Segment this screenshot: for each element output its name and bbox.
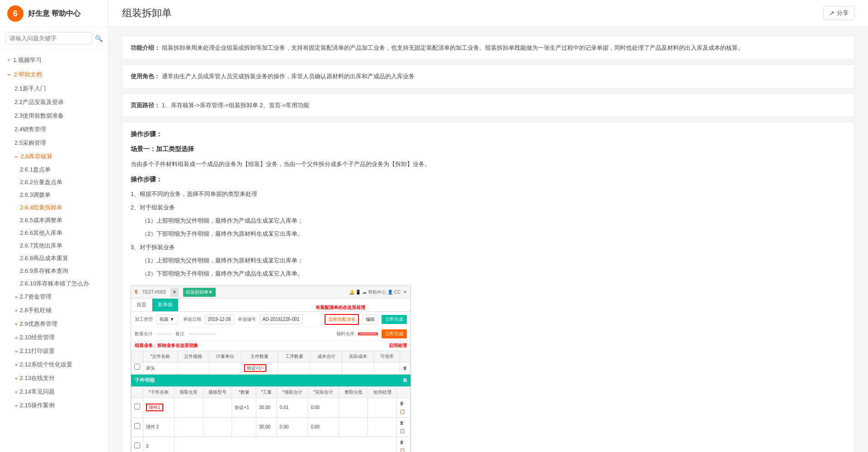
sidebar-item-video[interactable]: + 1.视频学习 (0, 53, 108, 67)
sidebar-item-print[interactable]: +2.11打印设置 (0, 344, 108, 358)
mock-icons: 🔔 📱 ☁ 帮助中心 👤 CC (349, 288, 401, 296)
step3: 3、对于拆装业务 (131, 242, 846, 252)
child-row-3: 3🗑 📋 (132, 437, 410, 452)
sidebar-header: 6 好生意 帮助中心 (0, 0, 108, 28)
sidebar-item-purchase[interactable]: 2.5采购管理 (0, 136, 108, 150)
td-del: 🗑 (400, 362, 410, 374)
td-name: 床头 (143, 362, 178, 374)
sidebar-item-stocktake[interactable]: 2.6.1盘点单 (0, 163, 108, 176)
ops-title: 操作步骤： (131, 128, 846, 140)
mock-titlebar: 6 TEST-H002 ▼ 组装拆卸单▼ 🔔 📱 ☁ 帮助中心 👤 CC ✕ (131, 286, 410, 299)
sidebar-item-beginner[interactable]: 2.1新手入门 (0, 82, 108, 95)
child-row-2: 理件 2 30.00 0.00 0.00 🗑 📋 (132, 418, 410, 437)
mock-logo: 6 (135, 287, 138, 297)
th-c-work-qty: *工量 (256, 387, 277, 398)
mock-confirm-btn[interactable]: 立即完成 (382, 315, 407, 324)
sidebar-item-sales[interactable]: 2.4销售管理 (0, 123, 108, 136)
mock-code-val: AD-20191226-001 (259, 314, 303, 324)
mock-tab-home[interactable]: 自贡 (131, 299, 152, 311)
screenshot-container: 6 TEST-H002 ▼ 组装拆卸单▼ 🔔 📱 ☁ 帮助中心 👤 CC ✕ 自… (131, 285, 411, 452)
content-area: 功能介绍： 组装拆卸单用来处理企业组装或拆卸等加工业务，支持有固定装配清单的产品… (108, 27, 868, 452)
mock-wh-label: 领料仓库 (336, 330, 354, 338)
sidebar-item-cost-recalc[interactable]: 2.6.8商品成本重算 (0, 252, 108, 265)
sidebar-item-install[interactable]: 2.2产品安装及登录 (0, 95, 108, 109)
th-c-wh: 领取仓库 (174, 387, 203, 398)
mock-tab-new[interactable]: 新单据 (152, 299, 178, 311)
step3-2: （2）下部明细为子件明细，最终作为产成品生成某它入库单。 (131, 268, 846, 279)
sidebar-item-other-out[interactable]: 2.6.7其他出库单 (0, 239, 108, 252)
th-c-ops (397, 387, 410, 398)
plus-icon: + (7, 57, 10, 63)
screenshot-mock: 6 TEST-H002 ▼ 组装拆卸单▼ 🔔 📱 ☁ 帮助中心 👤 CC ✕ 自… (131, 286, 410, 452)
sidebar-item-payment[interactable]: +2.13在线支付 (0, 371, 108, 385)
row-checkbox[interactable] (134, 364, 140, 370)
th-c-name: *子件名称 (143, 387, 175, 398)
th-c-check (132, 387, 143, 398)
sidebar-item-ledger-fix[interactable]: 2.6.10库存账本错了怎么办 (0, 277, 108, 290)
th-c-actual-total: *实际合计 (308, 387, 339, 398)
mock-wh-val[interactable] (358, 333, 378, 335)
ops-steps-label: 操作步骤： (131, 174, 846, 185)
sidebar-item-transfer[interactable]: 2.6.3调拨单 (0, 189, 108, 201)
mock-date-label: 单据日期 (183, 315, 201, 324)
th-parent-name: *父件名称 (143, 351, 178, 362)
td-avail (374, 362, 400, 374)
mock-status: ▼ (170, 288, 179, 297)
sidebar-item-data-prep[interactable]: 2.3使用前数据准备 (0, 109, 108, 123)
page-title: 组装拆卸单 (122, 6, 172, 20)
mock-form: 加工类型 组装 ▼ 单据日期 2019-12-26 单据编号 AD-201912… (131, 312, 410, 328)
sidebar: 6 好生意 帮助中心 🔍 + 1.视频学习 − 2.帮助文档 2.1新手入门 2… (0, 0, 108, 452)
child-row-1: 理件1 协议+1 30.00 0.01 0.00 🗑 📋 (132, 398, 410, 418)
annotation-type: 组装业务、拆卸业务在这里切换 (135, 342, 198, 350)
th-c-batch: 整取分批 (339, 387, 368, 398)
sidebar-item-other-in[interactable]: 2.6.6其他入库单 (0, 227, 108, 239)
path-text: 页面路径： 1、库存核算->库存管理->组装拆卸单 2、首页->常用功能 (131, 100, 846, 110)
mock-tabbar: 自贡 新单据 (131, 299, 410, 312)
th-main-qty: 主件数量 (241, 351, 278, 362)
sidebar-item-finance[interactable]: +2.7资金管理 (0, 290, 108, 304)
mock-assembly-btn[interactable]: 选择装配清单 (325, 314, 359, 325)
app-name: 好生意 帮助中心 (28, 9, 80, 19)
sidebar-item-settings[interactable]: +2.12系统个性化设置 (0, 358, 108, 371)
th-proc-qty: 工序数量 (278, 351, 310, 362)
mock-type-label: 加工类型 (135, 315, 153, 324)
logo-icon: 6 (7, 5, 24, 22)
share-button[interactable]: ↗ 分享 (823, 6, 854, 20)
sidebar-item-partial-stocktake[interactable]: 2.6.2分量盘点单 (0, 176, 108, 189)
path-card: 页面路径： 1、库存核算->库存管理->组装拆卸单 2、首页->常用功能 (122, 93, 854, 117)
mock-code-label: 单据编号 (238, 315, 256, 324)
child-section-label: 子件明细 (135, 376, 155, 385)
child-checkbox-1[interactable] (134, 404, 140, 409)
mock-type-select[interactable]: 组装 ▼ (156, 314, 178, 324)
th-actual-cost: 实际成本 (342, 351, 374, 362)
search-input[interactable] (5, 32, 92, 44)
share-icon: ↗ (829, 10, 835, 17)
td-check (132, 362, 143, 374)
sidebar-item-cost-adjust[interactable]: 2.6.5成本调整单 (0, 214, 108, 227)
nav-list: + 1.视频学习 − 2.帮助文档 2.1新手入门 2.2产品安装及登录 2.3… (0, 49, 108, 452)
intro-text: 功能介绍： 组装拆卸单用来处理企业组装或拆卸等加工业务，支持有固定装配清单的产品… (131, 43, 846, 53)
sidebar-item-mobile[interactable]: +2.8手机旺铺 (0, 304, 108, 317)
main-header: 组装拆卸单 ↗ 分享 (108, 0, 868, 27)
annotation-assembly: 有装配清单的在这里处理 (316, 304, 365, 312)
step3-1: （1）上部明细为父件明细，最终作为原材料生成某它出库单； (131, 255, 846, 266)
sidebar-item-docs[interactable]: − 2.帮助文档 (0, 67, 108, 82)
mock-edit-btn[interactable]: 编辑 (363, 314, 378, 324)
sidebar-item-ops[interactable]: +2.10经营管理 (0, 331, 108, 344)
sidebar-item-assembly[interactable]: 2.6.4组装拆卸单 (0, 201, 108, 214)
parent-row-1: 床头 协议+1= 🗑 (132, 362, 410, 374)
child-checkbox-2[interactable] (134, 423, 140, 429)
search-button[interactable]: 🔍 (95, 35, 103, 42)
step2-1: （1）上部明细为父件明细，最终作为产成品生成某它入库单； (131, 215, 846, 226)
sidebar-item-faq[interactable]: +2.14常见问题 (0, 385, 108, 399)
th-action (400, 351, 410, 362)
child-expand-icon[interactable]: ⊞ (403, 376, 407, 385)
td-proc-qty (278, 362, 310, 374)
sidebar-item-cases[interactable]: +2.15操作案例 (0, 399, 108, 412)
mock-remark-val (188, 333, 216, 335)
mock-apply-btn[interactable]: 立即完成 (382, 329, 407, 338)
sidebar-item-inventory[interactable]: − 2.6库存核算 (0, 150, 108, 163)
mock-top-right: 🔔 📱 ☁ 帮助中心 👤 CC ✕ (349, 288, 407, 296)
sidebar-item-coupon[interactable]: +2.9优惠券管理 (0, 317, 108, 331)
sidebar-item-ledger-query[interactable]: 2.6.9库存账本查询 (0, 265, 108, 277)
